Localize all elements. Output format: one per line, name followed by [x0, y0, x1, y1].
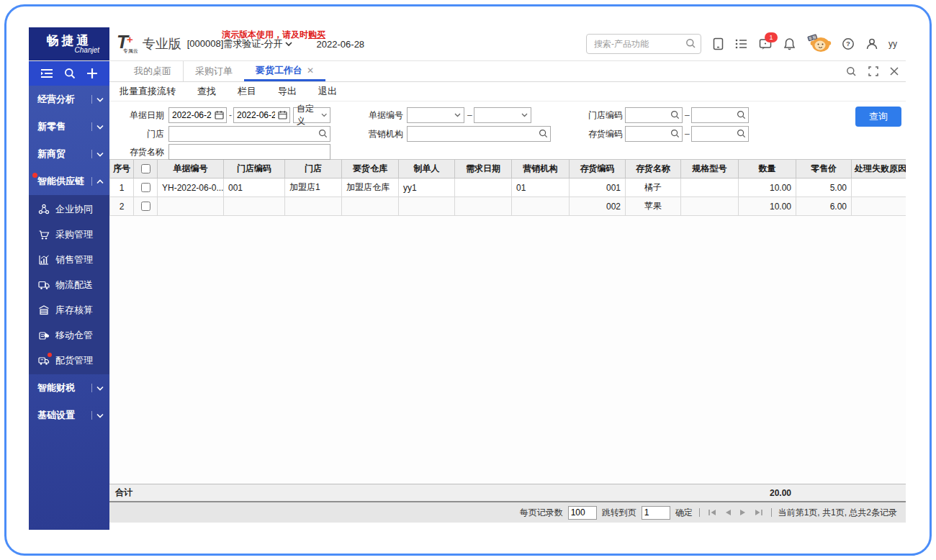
first-page-button[interactable]: [708, 509, 716, 516]
app-window: 畅捷通 Chanjet T + 专属云 专业版 [000008]需求验证-分开 …: [29, 27, 906, 530]
store-code-label: 门店编码: [578, 107, 623, 123]
tab-bar: 我的桌面采购订单要货工作台✕: [109, 61, 906, 82]
notification-bell-icon[interactable]: [782, 37, 796, 51]
sidebar-item-库存核算[interactable]: 库存核算: [29, 297, 109, 322]
query-button[interactable]: 查询: [855, 107, 901, 127]
sidebar-item-采购管理[interactable]: 采购管理: [29, 222, 109, 247]
chart-icon: [38, 254, 50, 266]
toolbar-导出[interactable]: 导出: [278, 85, 297, 98]
date-to-input[interactable]: [234, 108, 289, 122]
notification-dot: [32, 173, 37, 178]
column-header-存货编码: 存货编码: [570, 160, 626, 179]
search-icon[interactable]: [685, 38, 696, 49]
sidebar-item-企业协同[interactable]: 企业协同: [29, 197, 109, 222]
table-cell: 10.00: [739, 197, 796, 216]
table-cell: yy1: [399, 179, 455, 197]
date-from-field: [168, 107, 227, 123]
table-cell: [681, 179, 739, 197]
org-input[interactable]: [408, 127, 550, 141]
sidebar-item-销售管理[interactable]: 销售管理: [29, 247, 109, 272]
docno-to-select[interactable]: [474, 107, 531, 123]
menu-search-icon[interactable]: [64, 68, 76, 79]
group-divider: [91, 122, 92, 131]
close-all-icon[interactable]: [890, 67, 899, 76]
tabs: 我的桌面采购订单要货工作台✕: [122, 61, 325, 81]
support-mascot-icon[interactable]: 客服: [806, 37, 832, 51]
toolbar-退出[interactable]: 退出: [318, 85, 337, 98]
next-page-button[interactable]: [739, 509, 747, 516]
select-all-header[interactable]: [134, 160, 158, 179]
date-range-separator: -: [229, 107, 232, 123]
buy-link[interactable]: 购买: [308, 30, 325, 40]
docno-from-select[interactable]: [407, 107, 464, 123]
sidebar-item-物流配送[interactable]: 物流配送: [29, 272, 109, 297]
collapse-menu-icon[interactable]: [40, 68, 53, 78]
column-header-制单人: 制单人: [399, 160, 455, 179]
header-actions: 1 客服 ?: [586, 34, 906, 54]
sidebar-group-新零售[interactable]: 新零售: [29, 113, 109, 140]
user-icon[interactable]: [865, 37, 879, 51]
table-cell: [455, 179, 512, 197]
sidebar-group-经营分析[interactable]: 经营分析: [29, 86, 109, 113]
item-name-input[interactable]: [169, 145, 330, 159]
message-badge: 1: [765, 32, 778, 42]
sidebar-group-新商贸[interactable]: 新商贸: [29, 140, 109, 168]
notification-dot: [48, 353, 52, 357]
last-page-button[interactable]: [755, 509, 763, 516]
item-code-to-input[interactable]: [692, 127, 748, 141]
prev-page-button[interactable]: [724, 509, 732, 516]
item-code-to-field: [691, 126, 749, 142]
sidebar: 经营分析新零售新商贸智能供应链企业协同采购管理销售管理物流配送库存核算移动仓管配…: [29, 61, 109, 530]
per-page-input[interactable]: [568, 506, 597, 520]
toolbar-栏目[interactable]: 栏目: [238, 85, 256, 98]
sidebar-group-label: 基础设置: [37, 409, 75, 422]
tab-我的桌面[interactable]: 我的桌面: [122, 61, 183, 81]
message-icon[interactable]: 1: [758, 37, 773, 51]
row-checkbox[interactable]: [141, 202, 150, 211]
per-page-label: 每页记录数: [520, 507, 563, 519]
toolbar-查找[interactable]: 查找: [197, 85, 216, 98]
goto-page-input[interactable]: [642, 506, 670, 520]
add-icon[interactable]: [86, 68, 98, 79]
toolbar-批量直接流转[interactable]: 批量直接流转: [120, 85, 176, 98]
store-code-from-input[interactable]: [626, 108, 682, 122]
sidebar-group-基础设置[interactable]: 基础设置: [29, 402, 109, 429]
tab-search-icon[interactable]: [846, 66, 857, 77]
table-cell: 001: [224, 179, 285, 197]
tab-close-icon[interactable]: ✕: [307, 66, 314, 76]
item-code-from-input[interactable]: [626, 127, 682, 141]
confirm-button[interactable]: 确定: [675, 507, 693, 519]
help-icon[interactable]: ?: [841, 37, 855, 51]
date-to-field: [233, 107, 290, 123]
sidebar-item-配货管理[interactable]: 配货管理: [29, 348, 109, 373]
row-checkbox[interactable]: [141, 183, 150, 192]
chevron-down-icon: [321, 113, 327, 117]
table-empty-area: [109, 216, 906, 484]
date-mode-select[interactable]: 自定义: [293, 107, 330, 123]
row-select-cell[interactable]: [134, 179, 158, 197]
table-cell: [512, 197, 570, 216]
column-header-零售价: 零售价: [796, 160, 852, 179]
store-input[interactable]: [169, 127, 330, 141]
group-divider: [91, 150, 92, 158]
total-quantity: 20.00: [770, 488, 791, 498]
fullscreen-icon[interactable]: [868, 66, 878, 76]
row-select-cell[interactable]: [134, 197, 158, 216]
date-from-input[interactable]: [169, 108, 226, 122]
table-cell: 橘子: [626, 179, 681, 197]
sidebar-group-智能财税[interactable]: 智能财税: [29, 374, 109, 402]
store-code-to-input[interactable]: [692, 108, 748, 122]
username[interactable]: yy: [888, 39, 897, 49]
device-icon[interactable]: [711, 37, 725, 51]
sidebar-group-智能供应链[interactable]: 智能供应链: [29, 168, 109, 195]
search-input[interactable]: [593, 35, 680, 53]
pager-divider: [771, 508, 772, 517]
tab-采购订单[interactable]: 采购订单: [183, 61, 244, 81]
sidebar-item-移动仓管[interactable]: 移动仓管: [29, 322, 109, 348]
column-header-序号: 序号: [110, 160, 134, 179]
table-cell: 加盟店仓库: [342, 179, 399, 197]
task-list-icon[interactable]: [734, 37, 749, 51]
demo-notice-text: 演示版本使用，请及时: [222, 30, 308, 40]
tab-要货工作台[interactable]: 要货工作台✕: [244, 61, 325, 81]
select-all-checkbox[interactable]: [141, 164, 150, 173]
